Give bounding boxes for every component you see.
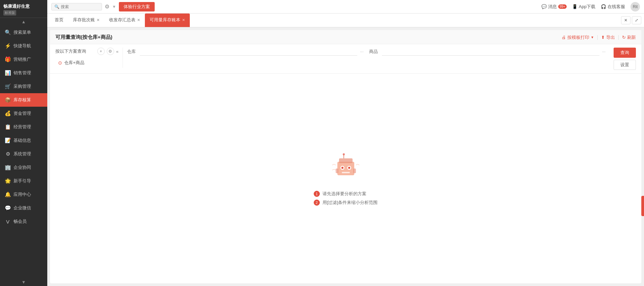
tab-batch-close-icon[interactable]: ✕	[97, 18, 100, 22]
scheme-title: 按以下方案查询	[55, 48, 86, 54]
close-tab-button[interactable]: ✕	[621, 16, 630, 24]
hint-text-2: 用[过滤]条件来缩小分析范围	[323, 200, 378, 206]
filter-scheme-panel: 按以下方案查询 + ⚙ « ⊙ 仓库+商品	[55, 48, 123, 68]
sidebar-item-label: 销售管理	[14, 70, 31, 76]
message-group[interactable]: 💬 消息 99+	[541, 4, 567, 10]
member-icon: V	[5, 219, 11, 225]
sidebar-item-label: 系统管理	[14, 151, 31, 157]
filter-field-warehouse: 仓库 ···	[127, 48, 364, 56]
sidebar-item-appstore[interactable]: 🔔 应用中心	[0, 188, 47, 201]
goods-label: 商品	[369, 49, 379, 55]
query-button[interactable]: 查询	[614, 48, 636, 58]
tab-available-close-icon[interactable]: ✕	[182, 18, 185, 22]
filter-field-goods: 商品 ···	[369, 48, 606, 56]
scheme-item-warehouse-goods[interactable]: ⊙ 仓库+商品	[55, 58, 119, 68]
refresh-button[interactable]: ↻ 刷新	[622, 34, 636, 41]
sidebar-item-enterprise[interactable]: 🏢 企业协同	[0, 161, 47, 174]
scroll-down-btn[interactable]: ▼	[0, 278, 47, 286]
add-scheme-button[interactable]: +	[97, 48, 105, 55]
user-group[interactable]: Rit	[630, 2, 640, 11]
topbar-right: 💬 消息 99+ 📱 App下载 🎧 在线客服 Rit	[541, 2, 640, 11]
enterprise-icon: 🏢	[5, 164, 11, 171]
empty-illustration	[329, 152, 363, 185]
export-label: 导出	[606, 34, 615, 41]
svg-rect-7	[336, 168, 338, 173]
filter-fields: 仓库 ··· 商品 ···	[127, 48, 606, 56]
sidebar-item-marketing[interactable]: 🎁 营销推广	[0, 53, 47, 66]
dropdown-icon[interactable]: ▼	[112, 4, 116, 9]
filter-area: 按以下方案查询 + ⚙ « ⊙ 仓库+商品 仓库	[50, 44, 641, 74]
settings-button[interactable]: 设置	[614, 60, 636, 70]
tab-home-label: 首页	[55, 17, 63, 23]
hint-text-1: 请先选择要分析的方案	[323, 191, 366, 197]
tabs-bar: 首页 库存批次账 ✕ 收发存汇总表 ✕ 可用量库存账本 ✕ ✕ ⤢	[47, 14, 644, 27]
tab-collect-close-icon[interactable]: ✕	[137, 18, 140, 22]
page-header-actions: 🖨 按模板打印 ▼ ⬆ 导出 ↻ 刷新	[562, 34, 636, 41]
sidebar-item-label: 经营管理	[14, 124, 31, 130]
marketing-icon: 🎁	[5, 56, 11, 62]
sidebar-item-guide[interactable]: 🌟 新手引导	[0, 174, 47, 188]
collapse-scheme-button[interactable]: «	[116, 49, 119, 54]
search-icon: 🔍	[5, 29, 11, 35]
wechat-icon: 💬	[5, 205, 11, 211]
purchase-icon: 🛒	[5, 83, 11, 89]
appstore-icon: 🔔	[5, 191, 11, 198]
topbar-search-box[interactable]: 🔍	[51, 3, 102, 10]
goods-input[interactable]	[382, 48, 599, 56]
sidebar-item-member[interactable]: V 畅会员	[0, 215, 47, 228]
sidebar-item-purchase[interactable]: 🛒 采购管理	[0, 80, 47, 93]
message-badge: 99+	[558, 4, 567, 9]
user-avatar: Rit	[630, 2, 640, 11]
refresh-icon: ↻	[622, 35, 626, 40]
filter-row-1: 仓库 ··· 商品 ···	[127, 48, 606, 56]
quicknav-icon: ⚡	[5, 43, 11, 49]
main-area: 🔍 ⚙ ▼ 体验行业方案 💬 消息 99+ 📱 App下载 🎧 在线客服 Rit	[47, 0, 644, 286]
empty-state: 1 请先选择要分析的方案 2 用[过滤]条件来缩小分析范围	[50, 74, 641, 283]
trial-industry-button[interactable]: 体验行业方案	[119, 2, 155, 11]
app-label: App下载	[579, 4, 595, 10]
sidebar-item-wechat[interactable]: 💬 企业微信	[0, 201, 47, 215]
actions-divider	[597, 35, 598, 40]
tabs-right-actions: ✕ ⤢	[621, 16, 641, 24]
sidebar-item-quicknav[interactable]: ⚡ 快捷导航	[0, 39, 47, 53]
goods-more-icon[interactable]: ···	[602, 49, 606, 54]
tab-home[interactable]: 首页	[50, 14, 68, 27]
sidebar-item-basic[interactable]: 📝 基础信息	[0, 134, 47, 147]
phone-icon: 📱	[572, 4, 577, 9]
tab-batch[interactable]: 库存批次账 ✕	[68, 14, 104, 27]
sidebar-brand: 畅康通好生意 标准版	[0, 0, 47, 18]
user-name: Rit	[633, 4, 638, 9]
page-header: 可用量查询(按仓库+商品) 🖨 按模板打印 ▼ ⬆ 导出 ↻ 刷新	[50, 30, 641, 44]
sidebar-item-label: 新手引导	[14, 178, 31, 184]
sidebar-item-sales[interactable]: 📊 销售管理	[0, 66, 47, 80]
app-download-group[interactable]: 📱 App下载	[572, 4, 595, 10]
sidebar-item-inventory[interactable]: 📦 库存核算	[0, 93, 47, 107]
sidebar-item-search[interactable]: 🔍 搜索菜单	[0, 26, 47, 39]
search-input[interactable]	[61, 4, 95, 9]
service-group[interactable]: 🎧 在线客服	[601, 4, 625, 10]
settings-gear-icon[interactable]: ⚙	[105, 3, 109, 10]
export-button[interactable]: ⬆ 导出	[601, 34, 615, 41]
sidebar-item-label: 采购管理	[14, 83, 31, 89]
settings-scheme-button[interactable]: ⚙	[107, 48, 114, 55]
tab-collect[interactable]: 收发存汇总表 ✕	[104, 14, 145, 27]
sidebar-item-finance[interactable]: 💰 资金管理	[0, 107, 47, 120]
scheme-item-label: 仓库+商品	[64, 60, 84, 66]
sidebar-menu: 🔍 搜索菜单 ⚡ 快捷导航 🎁 营销推广 📊 销售管理 🛒 采购管理 📦 库存核…	[0, 26, 47, 278]
sidebar-item-label: 搜索菜单	[14, 29, 31, 35]
sidebar-item-system[interactable]: ⚙ 系统管理	[0, 147, 47, 161]
sales-icon: 📊	[5, 70, 11, 76]
empty-hint-1: 1 请先选择要分析的方案	[314, 191, 378, 197]
template-print-button[interactable]: 🖨 按模板打印 ▼	[562, 34, 594, 41]
scroll-up-btn[interactable]: ▲	[0, 18, 47, 26]
svg-rect-6	[342, 172, 350, 173]
finance-icon: 💰	[5, 110, 11, 116]
sidebar-item-business[interactable]: 📋 经营管理	[0, 120, 47, 134]
tab-available[interactable]: 可用量库存账本 ✕	[145, 14, 190, 27]
warehouse-more-icon[interactable]: ···	[360, 49, 363, 54]
scheme-item-icon: ⊙	[58, 60, 62, 66]
warehouse-input[interactable]	[140, 48, 357, 56]
filter-scheme-header: 按以下方案查询 + ⚙ «	[55, 48, 119, 55]
print-icon: 🖨	[562, 35, 566, 40]
expand-tab-button[interactable]: ⤢	[632, 16, 641, 24]
